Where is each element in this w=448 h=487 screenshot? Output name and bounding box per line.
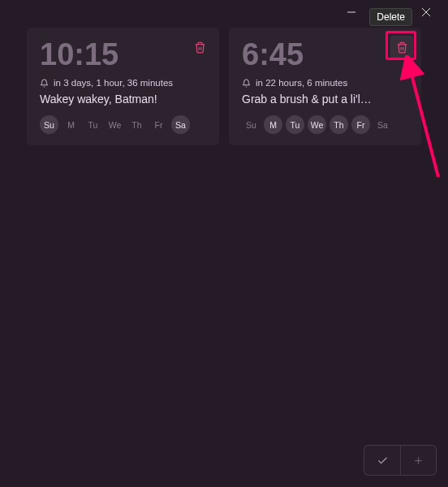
add-alarm-button[interactable] <box>400 446 436 475</box>
delete-alarm-button[interactable] <box>188 36 211 58</box>
close-button[interactable] <box>407 0 445 24</box>
day-toggle[interactable]: Fr <box>351 115 370 134</box>
alarm-card[interactable]: 10:15 in 3 days, 1 hour, 36 minutes Wake… <box>27 28 219 145</box>
day-toggle[interactable]: Su <box>242 115 261 134</box>
minimize-button[interactable] <box>333 0 370 24</box>
day-toggle[interactable]: M <box>62 115 80 134</box>
alarm-time: 10:15 <box>40 39 206 70</box>
day-toggle[interactable]: We <box>308 115 326 134</box>
alarm-next: in 22 hours, 6 minutes <box>242 78 408 88</box>
window-titlebar: Delete <box>0 0 448 24</box>
bell-icon <box>40 79 49 88</box>
day-toggle[interactable]: Tu <box>84 115 102 134</box>
alarm-title: Wakey wakey, Batman! <box>40 93 206 106</box>
day-toggle[interactable]: Su <box>40 115 58 134</box>
delete-tooltip: Delete <box>369 8 412 26</box>
alarm-card[interactable]: 6:45 in 22 hours, 6 minutes Grab a brush… <box>229 28 421 145</box>
alarm-days: Su M Tu We Th Fr Sa <box>242 115 408 134</box>
check-icon <box>377 455 389 467</box>
day-toggle[interactable]: M <box>264 115 282 134</box>
day-toggle[interactable]: Th <box>330 115 348 134</box>
bell-icon <box>242 79 251 88</box>
alarm-days: Su M Tu We Th Fr Sa <box>40 115 206 134</box>
plus-icon <box>412 455 424 467</box>
day-toggle[interactable]: Th <box>127 115 146 134</box>
day-toggle[interactable]: Sa <box>171 115 190 134</box>
trash-icon <box>194 41 206 54</box>
day-toggle[interactable]: Tu <box>286 115 304 134</box>
day-toggle[interactable]: Sa <box>373 115 392 134</box>
day-toggle[interactable]: Fr <box>149 115 168 134</box>
bottom-toolbar <box>364 445 437 476</box>
confirm-button[interactable] <box>364 446 400 475</box>
alarm-cards: 10:15 in 3 days, 1 hour, 36 minutes Wake… <box>0 24 448 149</box>
day-toggle[interactable]: We <box>106 115 124 134</box>
alarm-next-text: in 3 days, 1 hour, 36 minutes <box>54 78 173 88</box>
alarm-title: Grab a brush & put a li'l… <box>242 93 408 106</box>
alarm-next: in 3 days, 1 hour, 36 minutes <box>40 78 206 88</box>
alarm-next-text: in 22 hours, 6 minutes <box>256 78 347 88</box>
alarm-time: 6:45 <box>242 39 408 70</box>
annotation-highlight-box <box>386 31 416 60</box>
